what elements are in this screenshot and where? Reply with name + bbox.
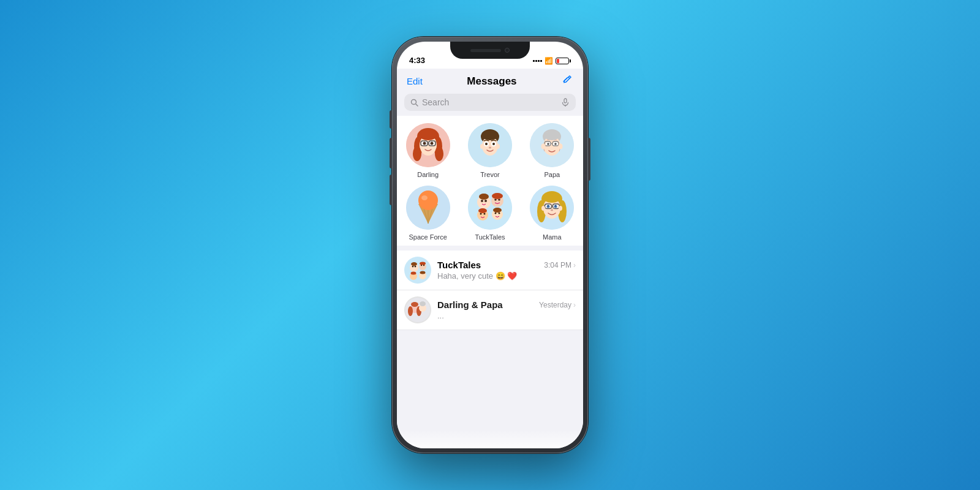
contact-spaceforce-label: Space Force: [409, 233, 447, 241]
screen-content: Edit Messages: [397, 69, 583, 448]
volume-up-button[interactable]: [390, 138, 392, 168]
edit-button[interactable]: Edit: [407, 76, 423, 86]
contact-spaceforce[interactable]: Space Force: [397, 186, 459, 241]
phone-body: 4:33 📶: [392, 37, 588, 453]
contact-trevor[interactable]: Trevor: [459, 123, 521, 178]
time-display: 4:33: [409, 56, 425, 65]
avatar-tucktales: [468, 186, 512, 230]
svg-point-89: [405, 258, 430, 282]
svg-point-92: [415, 266, 417, 268]
svg-point-99: [411, 272, 417, 275]
contact-papa[interactable]: Papa: [521, 123, 583, 178]
svg-point-60: [492, 193, 503, 199]
svg-point-51: [421, 195, 428, 200]
svg-point-105: [408, 306, 413, 316]
svg-point-63: [483, 213, 485, 215]
compose-button[interactable]: [561, 74, 573, 89]
svg-point-68: [493, 208, 502, 213]
svg-point-79: [555, 205, 556, 206]
contact-darling[interactable]: Darling: [397, 123, 459, 178]
svg-point-54: [481, 200, 483, 202]
avatar-spaceforce: [406, 186, 450, 230]
svg-point-91: [412, 266, 414, 268]
svg-point-52: [468, 186, 512, 230]
svg-point-30: [480, 144, 484, 149]
svg-point-67: [498, 213, 500, 214]
bottom-fade: [397, 430, 583, 448]
messages-header: Edit Messages: [397, 69, 583, 89]
svg-point-78: [548, 205, 549, 206]
mute-button[interactable]: [390, 110, 392, 129]
phone-device: 4:33 📶: [392, 37, 588, 453]
chevron-icon: ›: [573, 261, 576, 270]
svg-point-50: [418, 190, 438, 210]
pinned-contacts: Darling: [397, 116, 583, 246]
svg-point-64: [478, 208, 487, 213]
avatar-mama: [530, 186, 574, 230]
svg-point-87: [541, 206, 545, 211]
msg-name-darling-papa: Darling & Papa: [437, 300, 503, 310]
svg-point-86: [543, 193, 560, 203]
search-icon: [410, 99, 418, 107]
speaker: [470, 49, 501, 52]
message-item-tucktales[interactable]: TuckTales 3:04 PM › Haha, very cute 😄 ❤️: [397, 251, 583, 290]
msg-time-tucktales: 3:04 PM ›: [544, 261, 576, 270]
svg-point-62: [480, 213, 481, 215]
svg-point-93: [411, 262, 417, 266]
msg-avatar-darling-papa: [404, 296, 431, 323]
search-bar[interactable]: Search: [404, 94, 576, 111]
avatar-trevor: [468, 123, 512, 167]
msg-content-darling-papa: Darling & Papa Yesterday › ...: [437, 300, 576, 320]
svg-point-13: [423, 142, 426, 145]
svg-point-108: [420, 301, 426, 306]
power-button[interactable]: [588, 138, 590, 181]
svg-line-1: [568, 77, 570, 78]
msg-preview-tucktales: Haha, very cute 😄 ❤️: [437, 271, 576, 281]
search-placeholder: Search: [422, 97, 557, 107]
front-camera: [505, 48, 510, 53]
svg-point-97: [420, 262, 426, 265]
chevron-icon-2: ›: [573, 301, 576, 309]
svg-point-66: [494, 213, 496, 214]
wifi-icon: 📶: [545, 57, 553, 65]
svg-point-55: [484, 200, 487, 202]
svg-point-104: [411, 302, 418, 307]
status-icons: 📶: [533, 57, 571, 65]
mic-icon[interactable]: [561, 98, 570, 107]
contact-mama[interactable]: Mama: [521, 186, 583, 241]
message-item-darling-papa[interactable]: Darling & Papa Yesterday › ...: [397, 290, 583, 330]
svg-rect-4: [564, 99, 567, 103]
phone-screen: 4:33 📶: [397, 42, 583, 448]
msg-top-tucktales: TuckTales 3:04 PM ›: [437, 260, 576, 270]
svg-point-28: [489, 147, 491, 149]
svg-point-19: [413, 146, 421, 161]
msg-content-tucktales: TuckTales 3:04 PM › Haha, very cute 😄 ❤️: [437, 260, 576, 281]
signal-icon: [533, 60, 542, 62]
contact-tucktales[interactable]: TuckTales: [459, 186, 521, 241]
svg-point-88: [559, 206, 562, 211]
svg-point-27: [492, 143, 495, 145]
svg-point-29: [482, 130, 498, 140]
contact-mama-label: Mama: [543, 233, 562, 241]
contact-tucktales-label: TuckTales: [475, 233, 505, 241]
messages-title: Messages: [467, 75, 516, 88]
svg-point-31: [496, 144, 500, 149]
contact-trevor-label: Trevor: [480, 171, 499, 178]
svg-point-85: [551, 209, 553, 211]
svg-point-37: [548, 143, 550, 145]
svg-point-14: [430, 142, 433, 145]
message-list: TuckTales 3:04 PM › Haha, very cute 😄 ❤️: [397, 251, 583, 330]
svg-point-44: [559, 144, 563, 149]
search-bar-container: Search: [397, 89, 583, 116]
battery-icon: [556, 58, 571, 64]
notch: [450, 42, 530, 59]
avatar-darling: [406, 123, 450, 167]
svg-point-38: [555, 143, 557, 145]
svg-point-26: [485, 143, 488, 145]
volume-down-button[interactable]: [390, 175, 392, 205]
svg-point-2: [412, 99, 417, 104]
compose-icon: [561, 74, 573, 86]
msg-preview-darling-papa: ...: [437, 311, 576, 320]
svg-point-18: [420, 130, 437, 140]
msg-name-tucktales: TuckTales: [437, 260, 481, 270]
